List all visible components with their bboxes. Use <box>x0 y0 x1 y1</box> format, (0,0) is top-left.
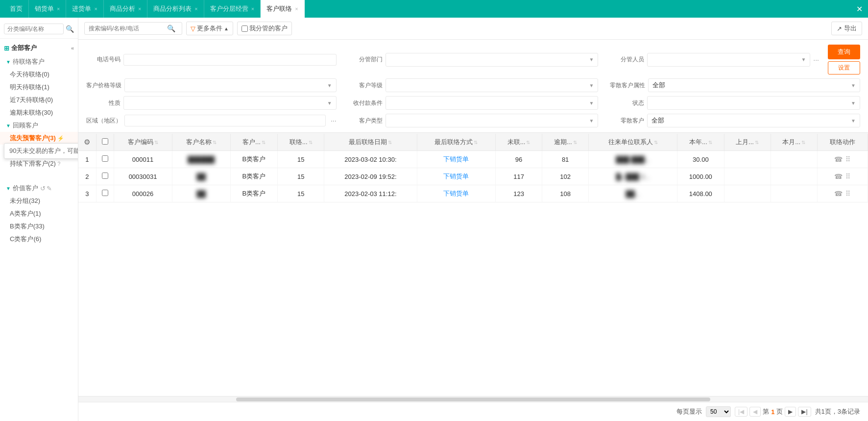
query-button[interactable]: 查询 <box>828 45 860 59</box>
my-customers-checkbox[interactable] <box>241 25 248 32</box>
tab-product-analysis-list-close[interactable]: × <box>194 6 197 12</box>
filter-price-level: 客户价格等级 ▼ <box>86 78 337 92</box>
more-filter-button[interactable]: ▽ 更多条件 ▲ <box>186 22 233 35</box>
sort-thisyear-icon[interactable]: ⇅ <box>708 140 712 145</box>
sidebar-item-ungrouped[interactable]: 未分组(32) <box>0 195 78 207</box>
edit-icon[interactable]: ✎ <box>47 185 52 192</box>
refresh-icon[interactable]: ↺ <box>40 185 46 192</box>
row-checkbox[interactable] <box>96 168 114 185</box>
person-dots-button[interactable]: ··· <box>813 56 819 64</box>
prev-page-button[interactable]: ◀ <box>749 407 761 417</box>
filter-customer-type-select[interactable]: ▼ <box>386 114 599 127</box>
row-select-checkbox[interactable] <box>102 173 108 179</box>
my-customers-label: 我分管的客户 <box>249 24 288 33</box>
row-more-icon[interactable]: ⠿ <box>845 190 850 198</box>
filter-customer-level-select[interactable]: ▼ <box>386 78 599 92</box>
tab-purchase-order-close[interactable]: × <box>94 6 97 12</box>
row-more-icon[interactable]: ⠿ <box>845 155 850 163</box>
sidebar-item-tomorrow[interactable]: 明天待联络(1) <box>0 81 78 94</box>
sort-lastmonth-icon[interactable]: ⇅ <box>755 140 759 145</box>
window-close-button[interactable]: ✕ <box>850 0 868 18</box>
filter-price-level-select[interactable]: ▼ <box>124 78 337 92</box>
filter-phone-input[interactable] <box>123 54 337 66</box>
col-last-month: 上月...⇅ <box>724 134 771 151</box>
sort-code-icon[interactable]: ⇅ <box>154 140 158 145</box>
sort-name-icon[interactable]: ⇅ <box>213 140 217 145</box>
tab-customer-tier-close[interactable]: × <box>251 6 254 12</box>
sort-type-icon[interactable]: ⇅ <box>262 140 265 145</box>
sidebar-search-icon[interactable]: 🔍 <box>66 25 74 33</box>
filter-phone-label: 电话号码 <box>86 55 121 64</box>
next-page-button[interactable]: ▶ <box>785 407 796 417</box>
filter-scatter-attr-select[interactable]: 全部 ▼ <box>648 78 860 92</box>
filter-nature-select[interactable]: ▼ <box>123 96 337 110</box>
filter-dept-select[interactable]: ▼ <box>386 53 599 67</box>
sort-method-icon[interactable]: ⇅ <box>474 140 478 145</box>
tab-customer-tier[interactable]: 客户分层经营 × <box>204 0 261 18</box>
first-page-button[interactable]: |◀ <box>735 407 747 417</box>
filter-status-label: 状态 <box>610 99 644 107</box>
sort-person-icon[interactable]: ⇅ <box>654 140 658 145</box>
gear-icon[interactable]: ⚙ <box>84 138 90 146</box>
tab-customer-contact-close[interactable]: × <box>295 6 298 12</box>
page-label: 第 <box>763 407 769 416</box>
sidebar-item-overdue-contact[interactable]: 逾期未联络(30) <box>0 106 78 119</box>
search-execute-icon[interactable]: 🔍 <box>167 25 175 32</box>
filter-scatter-attr: 零散客户属性 全部 ▼ <box>610 78 860 92</box>
tab-purchase-order[interactable]: 进货单 × <box>66 0 103 18</box>
tab-product-analysis-list[interactable]: 商品分析列表 × <box>147 0 204 18</box>
last-page-button[interactable]: ▶| <box>798 407 811 417</box>
sidebar-item-today[interactable]: 今天待联络(0) <box>0 68 78 81</box>
row-last-contact-method[interactable]: 下销货单 <box>417 185 495 202</box>
row-more-icon[interactable]: ⠿ <box>845 173 850 180</box>
row-select-checkbox[interactable] <box>102 190 108 196</box>
sidebar-item-class-c[interactable]: C类客户(6) <box>0 233 78 246</box>
sidebar-item-class-b[interactable]: B类客户(33) <box>0 220 78 233</box>
row-not-contacted: 123 <box>496 185 542 202</box>
filter-region-input[interactable] <box>124 115 326 126</box>
row-last-contact-method[interactable]: 下销货单 <box>417 168 495 185</box>
settings-button[interactable]: 设置 <box>828 61 860 74</box>
per-page-select[interactable]: 50 100 200 <box>706 406 731 417</box>
filter-status-select[interactable]: ▼ <box>647 96 860 110</box>
row-action-icons: ☎ ⠿ <box>817 151 868 168</box>
row-checkbox[interactable] <box>96 151 114 168</box>
sort-thismonth-icon[interactable]: ⇅ <box>801 140 805 145</box>
filter-scatter-customer-select[interactable]: 全部 ▼ <box>647 114 860 127</box>
row-contact-icon[interactable]: ☎ <box>834 190 843 198</box>
sidebar-item-7days[interactable]: 近7天待联络(0) <box>0 94 78 106</box>
row-contact-icon[interactable]: ☎ <box>834 155 843 163</box>
sidebar-group-value[interactable]: ▼ 价值客户 ↺ ✎ <box>0 182 78 195</box>
sidebar-group-pending[interactable]: ▼ 待联络客户 <box>0 55 78 68</box>
sort-notcontact-icon[interactable]: ⇅ <box>526 140 530 145</box>
filter-payment-select[interactable]: ▼ <box>386 96 599 110</box>
filter-customer-level: 客户等级 ▼ <box>348 78 599 92</box>
sidebar-item-class-a[interactable]: A类客户(1) <box>0 207 78 220</box>
sidebar-item-declining[interactable]: 持续下滑客户(2) ? <box>0 157 78 170</box>
sidebar-group-review[interactable]: ▼ 回顾客户 <box>0 119 78 132</box>
my-customers-filter[interactable]: 我分管的客户 <box>237 22 292 35</box>
tab-customer-contact[interactable]: 客户联络 × <box>261 0 304 18</box>
tab-product-analysis-close[interactable]: × <box>138 6 141 12</box>
row-select-checkbox[interactable] <box>102 155 108 162</box>
sort-date-icon[interactable]: ⇅ <box>388 140 392 145</box>
select-all-checkbox[interactable] <box>102 138 108 145</box>
row-contact-icon[interactable]: ☎ <box>834 173 843 180</box>
sort-overdue-icon[interactable]: ⇅ <box>573 140 577 145</box>
sort-contact-count-icon[interactable]: ⇅ <box>309 140 313 145</box>
search-input[interactable] <box>89 25 167 32</box>
export-button[interactable]: ↗ 导出 <box>831 22 862 35</box>
sidebar-search-input[interactable] <box>4 24 64 34</box>
scrollbar-thumb[interactable] <box>236 397 710 401</box>
scrollbar[interactable] <box>78 396 868 402</box>
region-dots-button[interactable]: ··· <box>331 117 337 124</box>
tab-sales-order[interactable]: 销货单 × <box>29 0 66 18</box>
tab-home[interactable]: 首页 <box>4 0 29 18</box>
sidebar-all-customers[interactable]: ⊞ 全部客户 « <box>0 41 78 55</box>
tab-product-analysis[interactable]: 商品分析 × <box>104 0 147 18</box>
tab-sales-order-close[interactable]: × <box>57 6 60 12</box>
row-checkbox[interactable] <box>96 185 114 202</box>
row-this-month <box>771 151 817 168</box>
row-last-contact-method[interactable]: 下销货单 <box>417 151 495 168</box>
filter-person-select[interactable]: ▼ <box>647 53 810 67</box>
